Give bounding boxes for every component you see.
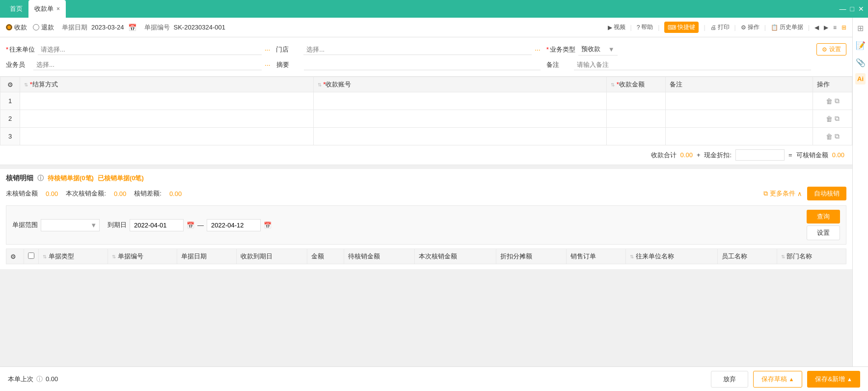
auto-reconcile-button[interactable]: 自动核销 — [807, 187, 846, 200]
range-select[interactable] — [41, 219, 100, 231]
sidebar-attach-icon[interactable]: 📎 — [854, 56, 868, 69]
minimize-icon[interactable]: — — [840, 5, 846, 13]
tab-close-icon[interactable]: × — [56, 5, 60, 12]
footer: 本单上次 ⓘ 0.00 放弃 保存草稿 ▲ 保存&新增 ▲ — [0, 366, 868, 391]
account-cell-2[interactable] — [313, 110, 607, 128]
filter-icon: ⧉ — [763, 190, 768, 197]
sidebar-ai-icon[interactable]: Ai — [855, 73, 866, 84]
doc-no-field: 单据编号 SK-20230324-001 — [144, 23, 226, 32]
receipt-radio[interactable]: 收款 — [6, 23, 27, 32]
doc-type-th: ⇅ 单据类型 — [39, 249, 108, 264]
copy-row-3-icon[interactable]: ⧉ — [835, 132, 840, 140]
sidebar-notes-icon[interactable]: 📝 — [854, 39, 868, 52]
select-all-checkbox[interactable] — [28, 252, 34, 259]
footer-info: 本单上次 ⓘ 0.00 — [8, 375, 58, 384]
table-gear-icon[interactable]: ⚙ — [7, 81, 13, 88]
discount-input[interactable] — [735, 149, 785, 161]
receipt-due-th: 收款到期日 — [237, 249, 307, 264]
delete-row-1-icon[interactable]: 🗑 — [826, 97, 833, 105]
print-icon: 🖨 — [710, 24, 716, 31]
settings-button[interactable]: ⚙ 设置 — [816, 43, 846, 56]
store-more-icon[interactable]: ··· — [535, 46, 541, 54]
reconcile-gear-th[interactable]: ⚙ — [6, 249, 24, 264]
remark-cell-2[interactable] — [666, 110, 813, 128]
calendar-icon[interactable]: 📅 — [128, 24, 136, 31]
settlement-cell-2[interactable] — [20, 110, 314, 128]
maximize-icon[interactable]: □ — [850, 5, 854, 13]
remark-cell-1[interactable] — [666, 92, 813, 110]
salesperson-field: 业务员 ··· — [6, 59, 271, 70]
copy-row-2-icon[interactable]: ⧉ — [835, 114, 840, 123]
doc-date-th: 单据日期 — [177, 249, 237, 264]
dept-th: ⇅ 部门名称 — [777, 249, 846, 264]
tab-receipt[interactable]: 收款单 × — [28, 0, 66, 18]
print-btn[interactable]: 🖨 打印 — [710, 23, 730, 31]
business-type-select[interactable]: 预收款 ▼ — [578, 43, 618, 56]
done-tab-link[interactable]: 已核销单据(0笔) — [98, 174, 144, 183]
query-actions: 查询 设置 — [807, 210, 840, 240]
abstract-input[interactable] — [304, 59, 541, 70]
receipt-table-section: ⚙ ⇅ *结算方式 ⇅ *收款账号 ⇅ *收款金额 — [0, 77, 852, 145]
counterparty-input[interactable] — [38, 44, 262, 55]
gear-icon: ⚙ — [822, 46, 827, 53]
gear-th[interactable]: ⚙ — [0, 77, 20, 92]
delete-row-2-icon[interactable]: 🗑 — [826, 115, 833, 123]
nav-next-icon[interactable]: ▶ — [824, 24, 828, 31]
account-cell-1[interactable] — [313, 92, 607, 110]
settlement-cell-1[interactable] — [20, 92, 314, 110]
sidebar-table-icon[interactable]: ⊞ — [855, 22, 866, 35]
action-th: 操作 — [813, 77, 852, 92]
reconcile-info-icon[interactable]: ⓘ — [37, 174, 44, 183]
help-btn[interactable]: ? 帮助 — [637, 23, 653, 31]
salesperson-input[interactable] — [33, 59, 262, 70]
due-date-start-input[interactable] — [130, 219, 184, 231]
table-row: 1 🗑 ⧉ — [0, 92, 852, 110]
save-draft-chevron-icon: ▲ — [789, 376, 794, 382]
discount-th: 折扣分摊额 — [496, 249, 567, 264]
salesperson-more-icon[interactable]: ··· — [265, 61, 271, 69]
tab-home[interactable]: 首页 — [4, 0, 28, 18]
delete-row-3-icon[interactable]: 🗑 — [826, 133, 833, 140]
discard-button[interactable]: 放弃 — [711, 371, 748, 388]
account-th: ⇅ *收款账号 — [313, 77, 607, 92]
pending-tab-link[interactable]: 待核销单据(0笔) — [48, 174, 94, 183]
video-btn[interactable]: ▶ 视频 — [608, 23, 625, 31]
right-sidebar: ⊞ 📝 📎 Ai — [852, 18, 868, 366]
amount-cell-3[interactable] — [607, 128, 666, 145]
counterparty-th: ⇅ 往来单位名称 — [626, 249, 718, 264]
store-input[interactable] — [303, 44, 532, 55]
query-button[interactable]: 查询 — [807, 210, 840, 223]
amount-cell-1[interactable] — [607, 92, 666, 110]
query-settings-button[interactable]: 设置 — [807, 225, 840, 240]
remark-th: 备注 — [666, 77, 813, 92]
history-btn[interactable]: 📋 历史单据 — [771, 23, 803, 31]
current-amount-th: 本次核销金额 — [414, 249, 496, 264]
counterparty-more-icon[interactable]: ··· — [265, 46, 271, 54]
copy-row-1-icon[interactable]: ⧉ — [835, 97, 840, 105]
nav-list-icon[interactable]: ≡ — [833, 24, 837, 31]
refund-radio[interactable]: 退款 — [33, 23, 54, 32]
doc-type-radio-group: 收款 退款 — [6, 23, 54, 32]
remark-cell-3[interactable] — [666, 128, 813, 145]
nav-prev-icon[interactable]: ◀ — [814, 24, 819, 31]
save-new-button[interactable]: 保存&新增 ▲ — [807, 371, 860, 388]
due-date-start-calendar-icon[interactable]: 📅 — [187, 222, 194, 229]
remark-field: 备注 — [546, 59, 811, 70]
more-conditions-btn[interactable]: ⧉ 更多条件 ∧ — [763, 189, 802, 198]
account-cell-3[interactable] — [313, 128, 607, 145]
reconcile-checkbox-th — [24, 249, 39, 264]
footer-info-icon[interactable]: ⓘ — [36, 375, 43, 384]
due-date-end-input[interactable] — [207, 219, 261, 231]
shortcut-btn[interactable]: ⌨ 快捷键 — [664, 22, 699, 33]
footer-actions: 放弃 保存草稿 ▲ 保存&新增 ▲ — [711, 371, 860, 388]
keyboard-icon: ⌨ — [668, 24, 676, 31]
operation-btn[interactable]: ⚙ 操作 — [741, 23, 760, 31]
nav-grid-icon[interactable]: ⊞ — [841, 24, 846, 31]
settlement-cell-3[interactable] — [20, 128, 314, 145]
amount-th: 金额 — [307, 249, 344, 264]
close-icon[interactable]: ✕ — [858, 5, 864, 13]
remark-input[interactable] — [574, 59, 811, 70]
amount-cell-2[interactable] — [607, 110, 666, 128]
save-draft-button[interactable]: 保存草稿 ▲ — [753, 371, 803, 388]
due-date-end-calendar-icon[interactable]: 📅 — [264, 222, 271, 229]
